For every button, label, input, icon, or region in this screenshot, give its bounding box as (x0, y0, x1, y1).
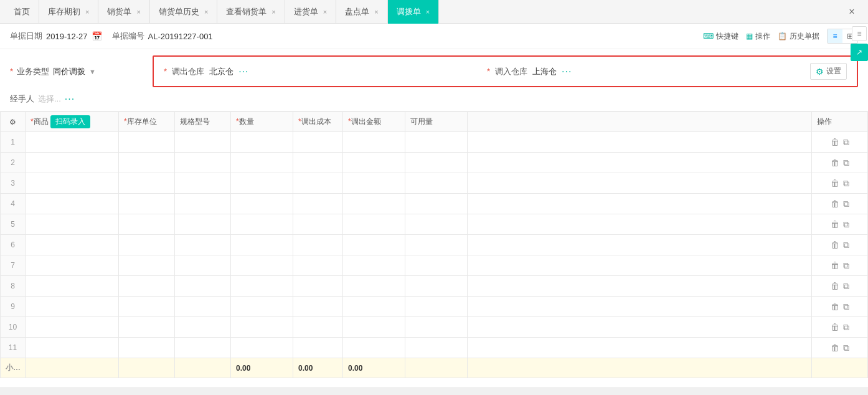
cell-qty[interactable] (231, 338, 293, 358)
cell-amount[interactable] (343, 194, 405, 214)
cell-product[interactable] (26, 132, 119, 153)
cell-product[interactable] (26, 153, 119, 173)
history-button[interactable]: 📋 历史单据 (778, 31, 819, 42)
cell-product[interactable] (26, 194, 119, 214)
in-warehouse-more[interactable]: ··· (562, 66, 572, 77)
cell-spec[interactable] (175, 173, 231, 194)
shortcuts-button[interactable]: ⌨ 快捷键 (703, 31, 738, 42)
calendar-icon[interactable]: 📅 (92, 31, 102, 41)
cell-available[interactable] (405, 276, 468, 297)
cell-unit[interactable] (119, 132, 175, 153)
tab-view-sales[interactable]: 查看销货单 × (217, 0, 285, 24)
copy-icon[interactable]: ⧉ (843, 199, 849, 209)
copy-icon[interactable]: ⧉ (843, 302, 849, 312)
cell-amount[interactable] (343, 255, 405, 276)
cell-spec[interactable] (175, 255, 231, 276)
copy-icon[interactable]: ⧉ (843, 260, 849, 271)
cell-unit[interactable] (119, 338, 175, 358)
biz-type-select[interactable]: 同价调拨 ▼ (53, 66, 140, 77)
cell-cost[interactable] (293, 194, 343, 214)
cell-available[interactable] (405, 338, 468, 358)
cell-cost[interactable] (293, 276, 343, 297)
cell-qty[interactable] (231, 132, 293, 153)
cell-unit[interactable] (119, 317, 175, 338)
tab-transfer[interactable]: 调拨单 × (388, 0, 439, 24)
cell-unit[interactable] (119, 153, 175, 173)
cell-cost[interactable] (293, 255, 343, 276)
cell-product[interactable] (26, 276, 119, 297)
cell-qty[interactable] (231, 317, 293, 338)
cell-cost[interactable] (293, 338, 343, 358)
cell-product[interactable] (26, 235, 119, 255)
scan-button[interactable]: 扫码录入 (50, 115, 90, 128)
cell-available[interactable] (405, 255, 468, 276)
cell-available[interactable] (405, 194, 468, 214)
cell-amount[interactable] (343, 153, 405, 173)
cell-amount[interactable] (343, 338, 405, 358)
delete-icon[interactable]: 🗑 (831, 137, 839, 147)
cell-amount[interactable] (343, 235, 405, 255)
tab-close-sales-order[interactable]: × (136, 8, 140, 16)
cell-unit[interactable] (119, 214, 175, 235)
cell-cost[interactable] (293, 235, 343, 255)
out-warehouse-more[interactable]: ··· (238, 66, 248, 77)
cell-unit[interactable] (119, 297, 175, 317)
delete-icon[interactable]: 🗑 (831, 219, 839, 229)
cell-product[interactable] (26, 338, 119, 358)
tab-sales-order[interactable]: 销货单 × (98, 0, 149, 24)
tab-stocktake[interactable]: 盘点单 × (336, 0, 387, 24)
cell-cost[interactable] (293, 297, 343, 317)
delete-icon[interactable]: 🗑 (831, 281, 839, 291)
delete-icon[interactable]: 🗑 (831, 260, 839, 270)
horizontal-scrollbar[interactable] (0, 388, 868, 395)
cell-qty[interactable] (231, 214, 293, 235)
cell-available[interactable] (405, 297, 468, 317)
cell-unit[interactable] (119, 173, 175, 194)
cell-amount[interactable] (343, 173, 405, 194)
cell-spec[interactable] (175, 338, 231, 358)
window-close-button[interactable]: × (841, 0, 863, 24)
delete-icon[interactable]: 🗑 (831, 302, 839, 312)
delete-icon[interactable]: 🗑 (831, 158, 839, 168)
cell-spec[interactable] (175, 132, 231, 153)
side-doc-button[interactable]: ≡ (852, 26, 867, 41)
th-settings[interactable]: ⚙ (1, 112, 26, 132)
settings-button[interactable]: ⚙ 设置 (810, 63, 847, 80)
tab-home[interactable]: 首页 (5, 0, 39, 24)
cell-spec[interactable] (175, 235, 231, 255)
cell-spec[interactable] (175, 153, 231, 173)
list-view-button[interactable]: ≡ (828, 29, 842, 43)
cell-cost[interactable] (293, 132, 343, 153)
cell-available[interactable] (405, 317, 468, 338)
cell-cost[interactable] (293, 173, 343, 194)
handler-more[interactable]: ··· (65, 93, 75, 105)
tab-close-transfer[interactable]: × (426, 8, 430, 16)
cell-available[interactable] (405, 132, 468, 153)
copy-icon[interactable]: ⧉ (843, 178, 849, 189)
cell-qty[interactable] (231, 255, 293, 276)
cell-product[interactable] (26, 214, 119, 235)
tab-close-stocktake[interactable]: × (374, 8, 378, 16)
cell-qty[interactable] (231, 297, 293, 317)
cell-product[interactable] (26, 317, 119, 338)
cell-amount[interactable] (343, 276, 405, 297)
tab-close-purchase[interactable]: × (323, 8, 327, 16)
copy-icon[interactable]: ⧉ (843, 137, 849, 148)
cell-amount[interactable] (343, 317, 405, 338)
tab-sales-history[interactable]: 销货单历史 × (150, 0, 217, 24)
cell-product[interactable] (26, 297, 119, 317)
operations-button[interactable]: ▦ 操作 (746, 31, 770, 42)
cell-spec[interactable] (175, 297, 231, 317)
cell-unit[interactable] (119, 255, 175, 276)
cell-amount[interactable] (343, 297, 405, 317)
delete-icon[interactable]: 🗑 (831, 343, 839, 353)
cell-spec[interactable] (175, 194, 231, 214)
copy-icon[interactable]: ⧉ (843, 322, 849, 333)
copy-icon[interactable]: ⧉ (843, 219, 849, 230)
cell-cost[interactable] (293, 317, 343, 338)
handler-value[interactable]: 选择... (38, 93, 61, 105)
side-export-button[interactable]: ↗ (851, 44, 868, 61)
cell-amount[interactable] (343, 214, 405, 235)
cell-available[interactable] (405, 173, 468, 194)
cell-qty[interactable] (231, 173, 293, 194)
